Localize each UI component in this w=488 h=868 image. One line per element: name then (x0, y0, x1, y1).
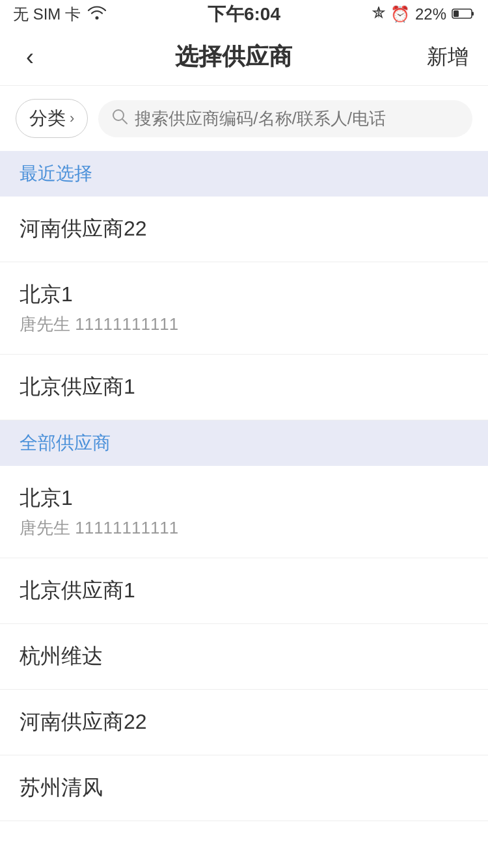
item-name: 河南供应商22 (20, 215, 468, 243)
item-name: 北京1 (20, 484, 468, 513)
list-item[interactable]: 河南供应商22 (0, 690, 488, 755)
svg-rect-2 (454, 10, 459, 17)
nav-bar: ‹ 选择供应商 新增 (0, 29, 488, 86)
item-name: 苏州清风 (20, 774, 468, 802)
status-bar: 无 SIM 卡 下午6:04 ⏰ 22% (0, 0, 488, 29)
alarm-icon: ⏰ (390, 5, 410, 23)
category-button[interactable]: 分类 › (16, 99, 88, 138)
all-list: 北京1唐先生 11111111111北京供应商1杭州维达河南供应商22苏州清风 (0, 466, 488, 821)
location-icon (372, 5, 385, 23)
list-item[interactable]: 河南供应商22 (0, 197, 488, 262)
chevron-right-icon: › (70, 110, 74, 127)
list-item[interactable]: 苏州清风 (0, 755, 488, 821)
list-item[interactable]: 北京供应商1 (0, 558, 488, 624)
item-sub: 唐先生 11111111111 (20, 517, 468, 539)
battery-icon (452, 5, 475, 23)
list-item[interactable]: 北京1唐先生 11111111111 (0, 262, 488, 355)
list-item[interactable]: 北京供应商1 (0, 355, 488, 420)
add-button[interactable]: 新增 (427, 43, 468, 72)
back-button[interactable]: ‹ (20, 37, 40, 77)
list-item[interactable]: 北京1唐先生 11111111111 (0, 466, 488, 558)
status-right: ⏰ 22% (372, 5, 475, 23)
category-label: 分类 (29, 106, 66, 131)
status-left: 无 SIM 卡 (13, 4, 107, 25)
sim-label: 无 SIM 卡 (13, 4, 81, 25)
item-name: 北京供应商1 (20, 373, 468, 401)
wifi-icon (87, 5, 107, 23)
item-name: 北京供应商1 (20, 576, 468, 605)
recent-section-header: 最近选择 (0, 151, 488, 197)
search-icon (111, 108, 128, 129)
item-name: 河南供应商22 (20, 708, 468, 737)
item-name: 杭州维达 (20, 642, 468, 671)
item-sub: 唐先生 11111111111 (20, 313, 468, 336)
status-time: 下午6:04 (208, 2, 280, 27)
svg-line-4 (122, 119, 127, 124)
all-section-header: 全部供应商 (0, 420, 488, 466)
search-box (98, 100, 472, 137)
filter-row: 分类 › (0, 86, 488, 151)
recent-list: 河南供应商22北京1唐先生 11111111111北京供应商1 (0, 197, 488, 420)
battery-label: 22% (415, 5, 446, 23)
svg-rect-1 (472, 12, 474, 16)
page-title: 选择供应商 (175, 41, 292, 73)
item-name: 北京1 (20, 280, 468, 309)
search-input[interactable] (135, 109, 459, 129)
list-item[interactable]: 杭州维达 (0, 624, 488, 690)
